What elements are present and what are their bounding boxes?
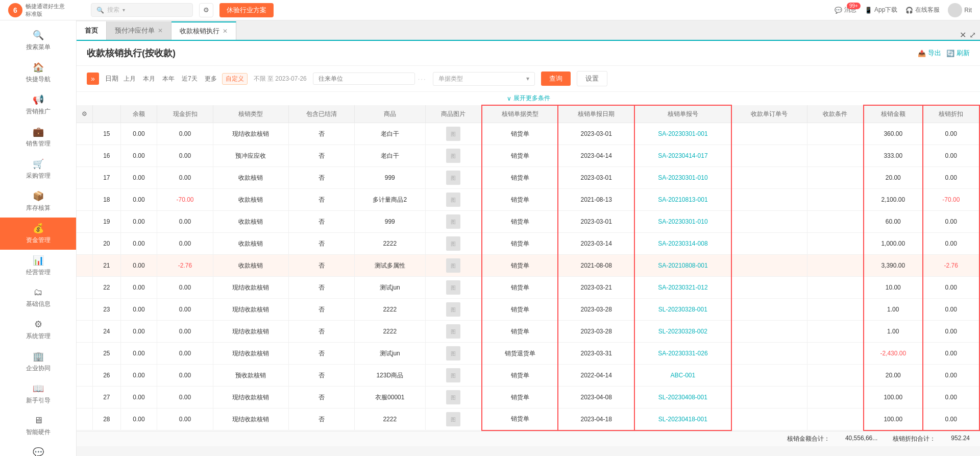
cell-include-settled: 否 bbox=[288, 255, 354, 277]
app-download-button[interactable]: 📱 App下载 bbox=[865, 6, 897, 14]
user-menu[interactable]: Rit bbox=[948, 3, 972, 17]
bill-report-no-link[interactable]: SA-20230301-010 bbox=[658, 174, 707, 181]
table-container: ⚙ 余额 现金折扣 核销类型 包含已结清 商品 商品图片 核销单据类型 核销单报… bbox=[77, 105, 980, 431]
sidebar-item-search-menu[interactable]: 🔍 搜索菜单 bbox=[0, 25, 76, 57]
tab-close-prepaid[interactable]: ✕ bbox=[158, 27, 163, 34]
tab-home[interactable]: 首页 bbox=[77, 21, 107, 40]
sidebar-item-sales[interactable]: 💼 销售管理 bbox=[0, 121, 76, 153]
online-service-label: 在线客服 bbox=[915, 6, 940, 14]
cell-goods-image: 图 bbox=[425, 255, 482, 277]
refresh-button[interactable]: 🔄 刷新 bbox=[946, 49, 970, 58]
bill-report-no-link[interactable]: SA-20230314-008 bbox=[658, 240, 707, 247]
bill-report-no-link[interactable]: SL-20230328-002 bbox=[658, 328, 707, 335]
this-month-btn[interactable]: 本月 bbox=[141, 74, 157, 84]
bill-report-no-link[interactable]: ABC-001 bbox=[671, 372, 696, 379]
cell-row-num: 19 bbox=[93, 211, 121, 233]
export-button[interactable]: 📤 导出 bbox=[918, 49, 941, 58]
partner-input[interactable] bbox=[313, 73, 415, 85]
inventory-icon: 📦 bbox=[33, 190, 44, 202]
col-header-settings[interactable]: ⚙ bbox=[77, 105, 93, 123]
message-button[interactable]: 💬 消息 99+ bbox=[835, 6, 856, 14]
cell-bill-report-type: 销货退货单 bbox=[482, 343, 558, 365]
bill-report-no-link[interactable]: SA-20210813-001 bbox=[658, 196, 707, 203]
cell-include-settled: 否 bbox=[288, 233, 354, 255]
sidebar-item-quick-nav[interactable]: 🏠 快捷导航 bbox=[0, 57, 76, 89]
search-icon: 🔍 bbox=[96, 7, 104, 14]
bill-report-no-link[interactable]: SL-20230408-001 bbox=[658, 394, 707, 401]
operations-icon: 📊 bbox=[33, 255, 44, 266]
filter-setting-button[interactable]: 设置 bbox=[577, 71, 607, 86]
sidebar-item-finance[interactable]: 💰 资金管理 bbox=[0, 218, 76, 250]
search-box[interactable]: 🔍 搜索 ▾ bbox=[91, 3, 193, 17]
custom-date-btn[interactable]: 自定义 bbox=[222, 73, 248, 85]
cell-cash-discount: 0.00 bbox=[157, 299, 213, 321]
tab-receipt[interactable]: 收款核销执行 ✕ bbox=[172, 21, 236, 40]
sidebar-item-operations[interactable]: 📊 经营管理 bbox=[0, 250, 76, 282]
this-year-btn[interactable]: 本年 bbox=[160, 74, 177, 84]
cell-row-num: 24 bbox=[93, 321, 121, 343]
cell-write-off-type: 预收款核销 bbox=[213, 365, 288, 387]
sidebar-item-basic-info[interactable]: 🗂 基础信息 bbox=[0, 282, 76, 314]
sidebar-item-enterprise[interactable]: 🏢 企业协同 bbox=[0, 346, 76, 378]
bill-report-no-link[interactable]: SA-20230301-010 bbox=[658, 218, 707, 225]
cell-balance: 0.00 bbox=[120, 387, 157, 409]
last-7-days-btn[interactable]: 近7天 bbox=[180, 74, 200, 84]
search-dropdown-arrow[interactable]: ▾ bbox=[122, 7, 125, 13]
cell-write-off-amount: -2,430.00 bbox=[864, 343, 923, 365]
cell-receipt-order-no bbox=[731, 409, 807, 430]
cell-bill-report-date: 2023-04-08 bbox=[558, 387, 634, 409]
column-settings-icon[interactable]: ⚙ bbox=[82, 110, 87, 117]
sidebar-item-system[interactable]: ⚙ 系统管理 bbox=[0, 314, 76, 346]
col-header-include-settled: 包含已结清 bbox=[288, 105, 354, 123]
page-title: 收款核销执行(按收款) bbox=[87, 47, 176, 59]
query-button[interactable]: 查询 bbox=[541, 71, 571, 86]
partner-filter-group: ··· bbox=[313, 73, 427, 85]
sidebar-item-guide[interactable]: 📖 新手引导 bbox=[0, 378, 76, 410]
more-date-btn[interactable]: 更多 bbox=[203, 74, 219, 84]
tab-prepaid[interactable]: 预付冲应付单 ✕ bbox=[107, 21, 172, 40]
table-row: 26 0.00 0.00 预收款核销 否 123D商品 图 销货单 2022-0… bbox=[77, 365, 979, 387]
last-month-btn[interactable]: 上月 bbox=[121, 74, 138, 84]
sidebar-item-purchase[interactable]: 🛒 采购管理 bbox=[0, 153, 76, 185]
bill-report-no-link[interactable]: SA-20230301-001 bbox=[658, 130, 707, 137]
bill-type-select[interactable]: 单据类型 ▾ bbox=[433, 72, 535, 86]
cell-write-off-discount: 0.00 bbox=[923, 409, 979, 430]
cell-goods: 测试jun bbox=[354, 277, 425, 299]
cell-bill-report-no: SA-20210808-001 bbox=[634, 255, 731, 277]
cell-write-off-discount: -70.00 bbox=[923, 189, 979, 211]
write-off-amount-total-value: 40,556,66... bbox=[845, 435, 877, 443]
cell-goods: 老白干 bbox=[354, 145, 425, 167]
cell-balance: 0.00 bbox=[120, 277, 157, 299]
solution-button[interactable]: 休验行业方案 bbox=[219, 3, 274, 17]
bill-report-no-link[interactable]: SL-20230328-001 bbox=[658, 306, 707, 313]
cell-settings bbox=[77, 299, 93, 321]
sidebar-item-wechat[interactable]: 💬 企业微信 bbox=[0, 442, 76, 456]
tab-close-receipt[interactable]: ✕ bbox=[223, 28, 228, 35]
bill-report-no-link[interactable]: SA-20230414-017 bbox=[658, 152, 707, 159]
sidebar-item-inventory[interactable]: 📦 库存核算 bbox=[0, 185, 76, 218]
expand-more-button[interactable]: ∨ 展开更多条件 bbox=[507, 94, 550, 103]
cell-balance: 0.00 bbox=[120, 409, 157, 430]
svg-text:图: 图 bbox=[451, 417, 456, 422]
table-row: 16 0.00 0.00 预冲应应收 否 老白干 图 销货单 2023-04-1… bbox=[77, 145, 979, 167]
sidebar-item-label: 采购管理 bbox=[26, 172, 51, 180]
cell-cash-discount: -2.76 bbox=[157, 255, 213, 277]
settings-button[interactable]: ⚙ bbox=[199, 3, 213, 17]
bill-report-no-link[interactable]: SL-20230418-001 bbox=[658, 416, 707, 423]
sidebar-item-hardware[interactable]: 🖥 智能硬件 bbox=[0, 410, 76, 442]
cell-bill-report-type: 销货单 bbox=[482, 123, 558, 145]
cell-bill-report-date: 2023-03-21 bbox=[558, 277, 634, 299]
bill-report-no-link[interactable]: SA-20210808-001 bbox=[658, 262, 707, 269]
partner-dots[interactable]: ··· bbox=[418, 75, 427, 83]
filter-bar: » 日期 上月 本月 本年 近7天 更多 自定义 不限 至 2023- bbox=[77, 66, 980, 92]
sidebar-item-marketing[interactable]: 📢 营销推广 bbox=[0, 89, 76, 121]
filter-toggle-button[interactable]: » bbox=[87, 73, 99, 85]
bill-report-no-link[interactable]: SA-20230331-026 bbox=[658, 350, 707, 357]
online-service-button[interactable]: 🎧 在线客服 bbox=[905, 6, 940, 14]
sidebar-item-label: 营销推广 bbox=[26, 107, 51, 116]
bill-report-no-link[interactable]: SA-20230321-012 bbox=[658, 284, 707, 291]
maximize-icon[interactable]: ⤢ bbox=[969, 30, 976, 40]
close-window-icon[interactable]: ✕ bbox=[960, 30, 966, 40]
cell-goods-image: 图 bbox=[425, 233, 482, 255]
cell-receipt-order-no bbox=[731, 299, 807, 321]
